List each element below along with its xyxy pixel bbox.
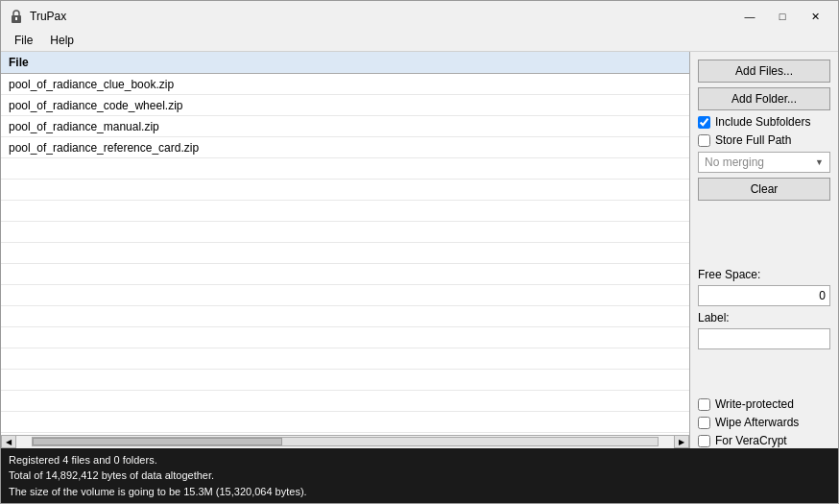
minimize-button[interactable]: — bbox=[734, 7, 765, 26]
include-subfolders-checkbox[interactable] bbox=[698, 116, 710, 129]
list-item-empty bbox=[1, 222, 689, 243]
list-item-empty bbox=[1, 370, 689, 391]
file-list-header: File bbox=[1, 52, 689, 74]
list-item-empty bbox=[1, 285, 689, 306]
menu-help[interactable]: Help bbox=[42, 32, 82, 49]
window-title: TruPax bbox=[30, 10, 66, 23]
svg-rect-1 bbox=[15, 17, 17, 20]
list-item-empty bbox=[1, 412, 689, 433]
list-item[interactable]: pool_of_radiance_code_wheel.zip bbox=[1, 95, 689, 116]
close-button[interactable]: ✕ bbox=[800, 7, 830, 26]
list-item-empty bbox=[1, 327, 689, 348]
for-veracrypt-row: For VeraCrypt bbox=[698, 434, 830, 447]
add-files-button[interactable]: Add Files... bbox=[698, 60, 830, 83]
list-item[interactable]: pool_of_radiance_reference_card.zip bbox=[1, 137, 689, 158]
status-line-3: The size of the volume is going to be 15… bbox=[9, 484, 830, 500]
status-bar: Registered 4 files and 0 folders. Total … bbox=[1, 448, 838, 504]
for-veracrypt-label: For VeraCrypt bbox=[715, 434, 787, 447]
menu-bar: File Help bbox=[1, 30, 838, 52]
list-item-empty bbox=[1, 391, 689, 412]
spacer bbox=[698, 205, 830, 263]
title-bar-controls: — □ ✕ bbox=[734, 7, 830, 26]
list-item-empty bbox=[1, 201, 689, 222]
list-item-empty bbox=[1, 264, 689, 285]
free-space-input[interactable] bbox=[698, 285, 830, 306]
wipe-afterwards-checkbox[interactable] bbox=[698, 417, 710, 429]
list-item-empty bbox=[1, 158, 689, 180]
wipe-afterwards-label: Wipe Afterwards bbox=[715, 416, 799, 429]
store-full-path-row: Store Full Path bbox=[698, 133, 830, 147]
for-veracrypt-checkbox[interactable] bbox=[698, 435, 710, 447]
store-full-path-label: Store Full Path bbox=[715, 133, 791, 147]
merging-value: No merging bbox=[705, 156, 815, 169]
label-section: Label: bbox=[698, 311, 830, 349]
store-full-path-checkbox[interactable] bbox=[698, 134, 710, 147]
title-bar-left: TruPax bbox=[9, 9, 66, 24]
free-space-section: Free Space: bbox=[698, 268, 830, 306]
horizontal-scrollbar[interactable]: ◀ ▶ bbox=[1, 435, 689, 448]
maximize-button[interactable]: □ bbox=[767, 7, 798, 26]
list-item-empty bbox=[1, 348, 689, 370]
chevron-down-icon: ▼ bbox=[815, 157, 824, 167]
app-icon bbox=[9, 9, 24, 24]
free-space-label: Free Space: bbox=[698, 268, 830, 281]
write-protected-label: Write-protected bbox=[715, 397, 794, 411]
include-subfolders-label: Include Subfolders bbox=[715, 115, 810, 129]
scroll-right-arrow[interactable]: ▶ bbox=[674, 435, 689, 448]
main-window: TruPax — □ ✕ File Help File pool_of_radi… bbox=[0, 0, 839, 504]
status-line-1: Registered 4 files and 0 folders. bbox=[9, 452, 830, 468]
right-panel: Add Files... Add Folder... Include Subfo… bbox=[689, 52, 838, 448]
merging-dropdown[interactable]: No merging ▼ bbox=[698, 152, 830, 173]
clear-button[interactable]: Clear bbox=[698, 178, 830, 201]
list-item-empty bbox=[1, 306, 689, 327]
status-line-2: Total of 14,892,412 bytes of data altoge… bbox=[9, 468, 830, 484]
wipe-afterwards-row: Wipe Afterwards bbox=[698, 416, 830, 429]
title-bar: TruPax — □ ✕ bbox=[1, 1, 838, 30]
list-item[interactable]: pool_of_radiance_manual.zip bbox=[1, 116, 689, 137]
add-folder-button[interactable]: Add Folder... bbox=[698, 87, 830, 110]
file-panel: File pool_of_radiance_clue_book.zip pool… bbox=[1, 52, 689, 448]
menu-file[interactable]: File bbox=[7, 32, 40, 49]
label-label: Label: bbox=[698, 311, 830, 324]
list-item[interactable]: pool_of_radiance_clue_book.zip bbox=[1, 74, 689, 95]
include-subfolders-row: Include Subfolders bbox=[698, 115, 830, 129]
label-input[interactable] bbox=[698, 328, 830, 349]
scroll-left-arrow[interactable]: ◀ bbox=[1, 435, 16, 448]
list-item-empty bbox=[1, 180, 689, 201]
list-item-empty bbox=[1, 243, 689, 264]
write-protected-checkbox[interactable] bbox=[698, 398, 710, 411]
scrollbar-thumb[interactable] bbox=[33, 438, 282, 445]
spacer2 bbox=[698, 354, 830, 393]
file-list-body[interactable]: pool_of_radiance_clue_book.zip pool_of_r… bbox=[1, 74, 689, 435]
content-area: File pool_of_radiance_clue_book.zip pool… bbox=[1, 52, 838, 448]
write-protected-row: Write-protected bbox=[698, 397, 830, 411]
scrollbar-track[interactable] bbox=[32, 437, 659, 446]
